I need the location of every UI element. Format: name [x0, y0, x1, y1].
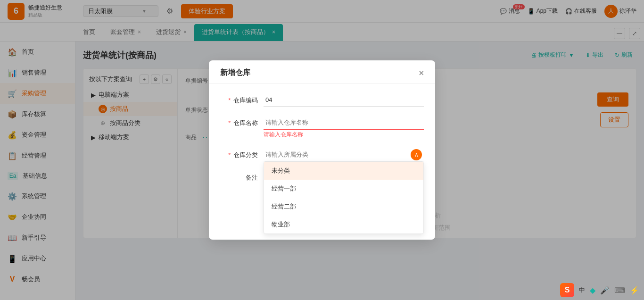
category-dropdown: 未分类 经营一部 经营二部 物业部	[264, 161, 424, 234]
modal-header: 新增仓库 ×	[209, 60, 435, 84]
modal-title: 新增仓库	[220, 68, 250, 78]
category-select-field: ∧ 未分类 经营一部 经营二部 物业部	[264, 148, 424, 161]
chinese-label: 中	[579, 286, 585, 294]
notes-label: 备注	[220, 171, 258, 182]
name-label: * 仓库名称	[220, 116, 258, 127]
s-logo-icon: S	[560, 283, 574, 297]
form-row-name: * 仓库名称 请输入仓库名称	[220, 116, 424, 139]
code-control-wrap	[264, 93, 424, 107]
option-dept1[interactable]: 经营一部	[264, 180, 423, 198]
modal-add-warehouse: 新增仓库 × * 仓库编码 * 仓库名称	[209, 60, 435, 240]
diamond-icon: ◆	[590, 286, 595, 295]
name-control-wrap: 请输入仓库名称	[264, 116, 424, 139]
category-input[interactable]	[264, 148, 424, 161]
mic-icon: 🎤	[600, 286, 610, 295]
name-required-star: *	[228, 119, 231, 126]
category-label: * 仓库分类	[220, 148, 258, 159]
power-icon: ⚡	[630, 286, 639, 295]
bottom-bar: S 中 ◆ 🎤 ⌨ ⚡	[560, 283, 639, 297]
modal-overlay[interactable]: 新增仓库 × * 仓库编码 * 仓库名称	[0, 0, 644, 300]
option-dept3[interactable]: 物业部	[264, 216, 423, 233]
category-required-star: *	[228, 151, 231, 158]
form-row-category: * 仓库分类 ∧ 未分类 经营一部 经营二部 物业部	[220, 148, 424, 161]
form-row-code: * 仓库编码	[220, 93, 424, 107]
modal-body: * 仓库编码 * 仓库名称 请输入仓库名称	[209, 84, 435, 199]
code-label: * 仓库编码	[220, 93, 258, 105]
name-input[interactable]	[264, 116, 424, 130]
option-uncategorized[interactable]: 未分类	[264, 162, 423, 180]
name-error-tip: 请输入仓库名称	[264, 131, 424, 139]
code-input[interactable]	[264, 93, 424, 107]
modal-close-btn[interactable]: ×	[419, 69, 424, 77]
code-required-star: *	[228, 97, 231, 104]
keyboard-icon: ⌨	[614, 286, 625, 295]
option-dept2[interactable]: 经营二部	[264, 198, 423, 216]
category-dropdown-arrow[interactable]: ∧	[411, 149, 422, 160]
